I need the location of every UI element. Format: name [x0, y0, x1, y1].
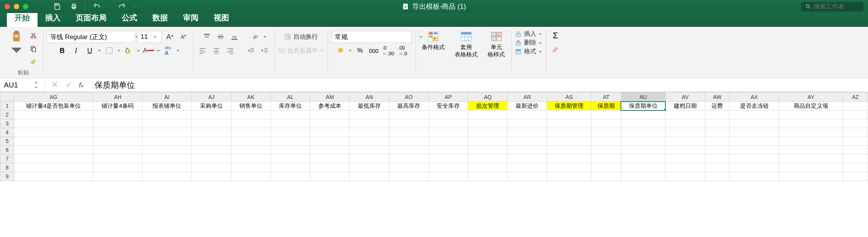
cell[interactable]: [843, 119, 868, 128]
cell[interactable]: [591, 137, 621, 146]
cell[interactable]: [508, 137, 547, 146]
cell[interactable]: 销售单位: [231, 102, 270, 110]
cell[interactable]: [591, 128, 621, 137]
cell[interactable]: 最新进价: [508, 102, 547, 110]
name-box[interactable]: [0, 78, 45, 92]
cell[interactable]: [779, 163, 843, 172]
cell[interactable]: 最高库存: [389, 102, 429, 110]
cell[interactable]: [843, 137, 868, 146]
cell[interactable]: [429, 119, 468, 128]
cell[interactable]: [350, 110, 389, 119]
cell[interactable]: [429, 128, 468, 137]
column-header[interactable]: AK: [231, 92, 270, 102]
cell[interactable]: [310, 155, 350, 163]
font-size-input[interactable]: [138, 33, 151, 41]
row-header[interactable]: 9: [0, 172, 14, 181]
spreadsheet-grid[interactable]: AGAHAIAJAKALAMANAOAPAQARASATAUAVAWAXAYAZ…: [0, 92, 868, 181]
cell[interactable]: [389, 137, 429, 146]
bold-icon[interactable]: B: [56, 45, 68, 56]
column-header[interactable]: AG: [14, 92, 93, 102]
orientation-icon[interactable]: ab: [249, 31, 261, 43]
cell[interactable]: 库存单位: [270, 102, 310, 110]
cell[interactable]: [93, 172, 142, 181]
cell-styles-button[interactable]: 单元 格样式: [485, 30, 507, 58]
row-header[interactable]: 3: [0, 119, 14, 128]
font-color-icon[interactable]: A: [142, 45, 154, 56]
column-header[interactable]: AN: [350, 92, 389, 102]
cell[interactable]: [621, 128, 665, 137]
cell[interactable]: [310, 137, 350, 146]
cell[interactable]: [14, 146, 93, 155]
select-all-corner[interactable]: [0, 92, 14, 102]
cell[interactable]: [270, 137, 310, 146]
cell[interactable]: [705, 128, 729, 137]
cancel-formula-icon[interactable]: [51, 81, 58, 89]
cell[interactable]: [705, 172, 729, 181]
column-header[interactable]: AU: [621, 92, 665, 102]
cell[interactable]: [705, 155, 729, 163]
cell[interactable]: [730, 119, 779, 128]
font-size-combo[interactable]: [137, 31, 162, 43]
chevron-down-icon[interactable]: [263, 34, 267, 40]
column-header[interactable]: AI: [142, 92, 192, 102]
cell[interactable]: [192, 119, 231, 128]
cell[interactable]: [350, 146, 389, 155]
chevron-down-icon[interactable]: [539, 40, 542, 46]
cell[interactable]: [192, 128, 231, 137]
cell[interactable]: 报表辅单位: [142, 102, 192, 110]
cell[interactable]: [93, 128, 142, 137]
cell[interactable]: [621, 110, 665, 119]
cell[interactable]: [621, 119, 665, 128]
cell[interactable]: [14, 163, 93, 172]
column-header[interactable]: AR: [508, 92, 547, 102]
cell[interactable]: [779, 172, 843, 181]
cell[interactable]: [468, 155, 508, 163]
cell[interactable]: [779, 128, 843, 137]
cell[interactable]: [665, 155, 705, 163]
maximize-window-icon[interactable]: [23, 4, 28, 9]
cell[interactable]: [270, 155, 310, 163]
cell[interactable]: [730, 146, 779, 155]
column-header[interactable]: AS: [547, 92, 591, 102]
cell[interactable]: [231, 155, 270, 163]
minimize-window-icon[interactable]: [14, 4, 19, 9]
cell[interactable]: [843, 102, 868, 110]
cell[interactable]: 安全库存: [429, 102, 468, 110]
cell[interactable]: [547, 172, 591, 181]
row-header[interactable]: 8: [0, 163, 14, 172]
cell[interactable]: [389, 172, 429, 181]
cell[interactable]: 是否走冻链: [730, 102, 779, 110]
qat-customize-icon[interactable]: [142, 3, 146, 10]
cell[interactable]: [389, 119, 429, 128]
cell[interactable]: [665, 172, 705, 181]
cell[interactable]: [547, 137, 591, 146]
cell[interactable]: [591, 172, 621, 181]
font-name-input[interactable]: [47, 33, 134, 41]
chevron-down-icon[interactable]: [151, 31, 159, 43]
cell[interactable]: [547, 119, 591, 128]
column-header[interactable]: AY: [779, 92, 843, 102]
row-header[interactable]: 4: [0, 128, 14, 137]
cell[interactable]: [14, 137, 93, 146]
column-header[interactable]: AL: [270, 92, 310, 102]
column-header[interactable]: AZ: [843, 92, 868, 102]
cell[interactable]: [705, 137, 729, 146]
cell[interactable]: [14, 155, 93, 163]
chevron-down-icon[interactable]: [349, 48, 352, 54]
currency-icon[interactable]: [335, 45, 346, 56]
chevron-down-icon[interactable]: [176, 48, 180, 54]
cell[interactable]: [389, 155, 429, 163]
cell[interactable]: [730, 128, 779, 137]
column-header[interactable]: AH: [93, 92, 142, 102]
cell[interactable]: [231, 119, 270, 128]
cell[interactable]: [843, 172, 868, 181]
cell[interactable]: [350, 172, 389, 181]
cell[interactable]: [621, 172, 665, 181]
cell[interactable]: [779, 110, 843, 119]
cell[interactable]: [93, 146, 142, 155]
font-name-combo[interactable]: [47, 31, 135, 43]
cell[interactable]: [142, 155, 192, 163]
cell[interactable]: [350, 155, 389, 163]
cell[interactable]: [429, 163, 468, 172]
cell[interactable]: [429, 155, 468, 163]
